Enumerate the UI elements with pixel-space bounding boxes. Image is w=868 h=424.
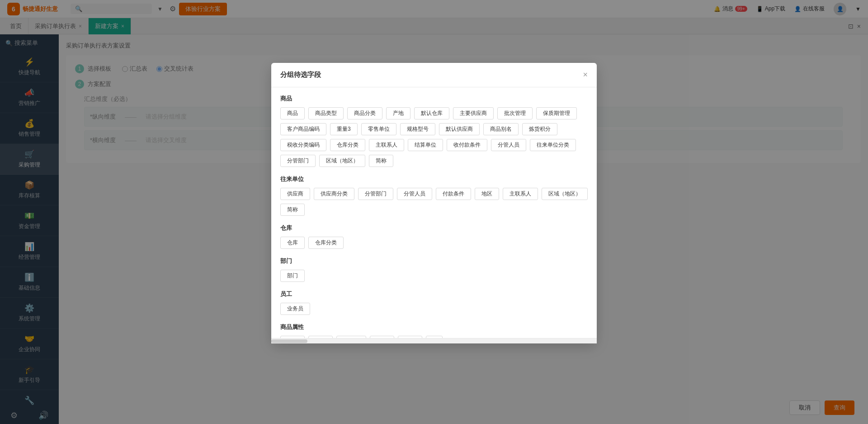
- field-tag[interactable]: 地区: [475, 188, 499, 200]
- field-tag[interactable]: 分管人员: [397, 188, 432, 200]
- field-tag[interactable]: 默认供应商: [439, 123, 480, 135]
- field-tag[interactable]: 主联系人: [369, 139, 404, 151]
- field-group-product-attr-title: 商品属性: [280, 323, 588, 331]
- field-group-partner: 往来单位 供应商 供应商分类 分管部门 分管人员 付款条件 地区 主联系人 区域…: [280, 175, 588, 216]
- field-tag[interactable]: 产地: [386, 107, 410, 119]
- field-tag[interactable]: 炼货积分: [522, 123, 557, 135]
- field-tags-department: 部门: [280, 270, 588, 282]
- field-tag[interactable]: 仓库: [280, 237, 305, 249]
- field-tag[interactable]: 分管部门: [358, 188, 393, 200]
- field-group-product: 商品 商品 商品类型 商品分类 产地 默认仓库 主要供应商 批次管理 保质期管理…: [280, 95, 588, 167]
- field-tag[interactable]: 分管部门: [280, 155, 316, 167]
- field-tag[interactable]: 供应商: [280, 188, 310, 200]
- field-tag[interactable]: 区域（地区）: [542, 188, 588, 200]
- field-tag[interactable]: 商品类型: [308, 107, 344, 119]
- field-tag[interactable]: 商品分类: [347, 107, 382, 119]
- field-group-warehouse-title: 仓库: [280, 224, 588, 232]
- modal-hscroll-thumb[interactable]: [271, 339, 307, 343]
- field-tag[interactable]: 分管人员: [491, 139, 526, 151]
- field-group-product-title: 商品: [280, 95, 588, 103]
- modal-title: 分组待选字段: [280, 71, 321, 79]
- field-tag[interactable]: 仓库分类: [308, 237, 344, 249]
- modal-header: 分组待选字段 ×: [271, 63, 597, 87]
- field-select-modal: 分组待选字段 × 商品 商品 商品类型 商品分类 产地 默认仓库 主要供应商 批…: [271, 63, 597, 343]
- field-tags-partner: 供应商 供应商分类 分管部门 分管人员 付款条件 地区 主联系人 区域（地区） …: [280, 188, 588, 216]
- field-tags-employee: 业务员: [280, 303, 588, 315]
- modal-body: 商品 商品 商品类型 商品分类 产地 默认仓库 主要供应商 批次管理 保质期管理…: [271, 87, 597, 338]
- field-group-product-attr: 商品属性 属性 颜色 多规格 尺码 鞋码 1: [280, 323, 588, 338]
- field-tag[interactable]: 重量3: [330, 123, 358, 135]
- field-tag[interactable]: 区域（地区）: [319, 155, 365, 167]
- field-tag[interactable]: 批次管理: [497, 107, 533, 119]
- modal-close-button[interactable]: ×: [583, 70, 588, 80]
- field-tag[interactable]: 供应商分类: [314, 188, 354, 200]
- field-group-employee: 员工 业务员: [280, 290, 588, 315]
- field-group-department: 部门 部门: [280, 257, 588, 282]
- field-group-department-title: 部门: [280, 257, 588, 265]
- field-tag[interactable]: 简称: [369, 155, 393, 167]
- field-tag[interactable]: 规格型号: [400, 123, 435, 135]
- field-group-employee-title: 员工: [280, 290, 588, 298]
- field-tag[interactable]: 往来单位分类: [530, 139, 576, 151]
- field-tag[interactable]: 客户商品编码: [280, 123, 326, 135]
- field-tag[interactable]: 收付款条件: [447, 139, 487, 151]
- field-tag[interactable]: 简称: [280, 204, 305, 216]
- field-tag[interactable]: 默认仓库: [414, 107, 449, 119]
- field-tag[interactable]: 商品别名: [483, 123, 519, 135]
- field-tag[interactable]: 仓库分类: [330, 139, 365, 151]
- modal-horizontal-scrollbar[interactable]: [271, 338, 597, 343]
- field-tag[interactable]: 主联系人: [503, 188, 538, 200]
- field-group-partner-title: 往来单位: [280, 175, 588, 183]
- modal-overlay[interactable]: 分组待选字段 × 商品 商品 商品类型 商品分类 产地 默认仓库 主要供应商 批…: [0, 0, 868, 424]
- field-tag[interactable]: 保质期管理: [536, 107, 577, 119]
- field-tag[interactable]: 主要供应商: [453, 107, 494, 119]
- field-tags-warehouse: 仓库 仓库分类: [280, 237, 588, 249]
- field-tags-product: 商品 商品类型 商品分类 产地 默认仓库 主要供应商 批次管理 保质期管理 客户…: [280, 107, 588, 167]
- field-tag[interactable]: 结算单位: [408, 139, 443, 151]
- field-tag[interactable]: 零售单位: [361, 123, 396, 135]
- field-tag[interactable]: 税收分类编码: [280, 139, 326, 151]
- field-group-warehouse: 仓库 仓库 仓库分类: [280, 224, 588, 249]
- field-tag[interactable]: 付款条件: [436, 188, 471, 200]
- field-tag[interactable]: 部门: [280, 270, 305, 282]
- field-tag[interactable]: 商品: [280, 107, 305, 119]
- field-tag[interactable]: 业务员: [280, 303, 310, 315]
